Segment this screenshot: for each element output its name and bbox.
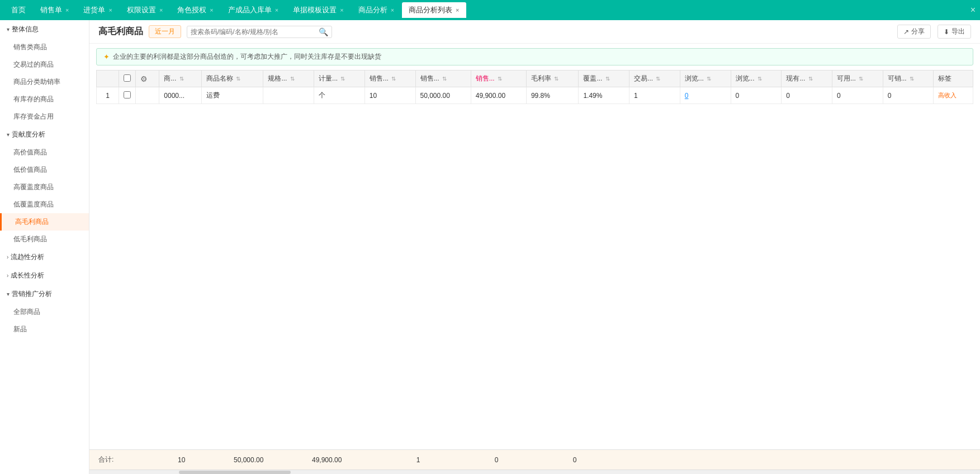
th-idx [97, 71, 119, 87]
sidebar-group-growth[interactable]: › 成长性分析 [0, 266, 89, 285]
close-analysis-list-tab[interactable]: × [456, 7, 459, 13]
sidebar-item-traded-goods[interactable]: 交易过的商品 [0, 56, 89, 73]
cell-idx: 1 [97, 87, 119, 104]
nav-tab-product-inbound[interactable]: 产成品入库单 × [221, 2, 285, 18]
nav-tab-analysis-list[interactable]: 商品分析列表 × [402, 2, 466, 18]
cell-browse1[interactable]: 0 [680, 87, 731, 104]
close-template-tab[interactable]: × [340, 7, 343, 13]
search-icon[interactable]: 🔍 [319, 27, 328, 36]
footer-values: 10 50,000.00 49,900.00 1 0 0 [140, 456, 576, 464]
th-sales-profit[interactable]: 销售... ⇅ [471, 71, 526, 87]
nav-tab-role[interactable]: 角色授权 × [171, 2, 220, 18]
sidebar-group-contribution[interactable]: ▾ 贡献度分析 [0, 125, 89, 144]
cell-unit: 个 [314, 87, 365, 104]
footer-stock-avail: 0 [532, 456, 576, 464]
info-bar: ✦ 企业的主要的利润都是这部分商品创造的，可考虑加大推广，同时关注库存是不要出现… [96, 48, 973, 65]
sidebar-item-new-goods[interactable]: 新品 [0, 321, 89, 338]
close-product-analysis-tab[interactable]: × [391, 7, 394, 13]
content-header: 高毛利商品 近一月 🔍 ↗ 分享 ⬇ 导出 [89, 20, 980, 44]
sidebar-group-overall[interactable]: ▾ 整体信息 [0, 20, 89, 39]
sidebar-item-stocked-goods[interactable]: 有库存的商品 [0, 91, 89, 108]
share-button[interactable]: ↗ 分享 [897, 25, 931, 39]
header-actions: ↗ 分享 ⬇ 导出 [897, 25, 971, 39]
sidebar-item-low-value[interactable]: 低价值商品 [0, 161, 89, 179]
cell-browse2: 0 [731, 87, 782, 104]
close-role-tab[interactable]: × [210, 7, 213, 13]
cell-name: 运费 [201, 87, 263, 104]
th-name[interactable]: 商品名称 ⇅ [201, 71, 263, 87]
sidebar-item-low-coverage[interactable]: 低覆盖度商品 [0, 196, 89, 213]
sidebar-group-trend[interactable]: › 流趋性分析 [0, 248, 89, 266]
nav-tab-template[interactable]: 单据模板设置 × [286, 2, 350, 18]
settings-icon[interactable]: ⚙ [140, 74, 148, 83]
arrow-contribution: ▾ [7, 132, 10, 138]
data-table-container: ⚙ 商... ⇅ 商品名称 ⇅ 规格... ⇅ [89, 70, 980, 449]
nav-tab-home[interactable]: 首页 [4, 2, 32, 18]
sidebar-item-low-margin[interactable]: 低毛利商品 [0, 231, 89, 248]
select-all-checkbox[interactable] [124, 74, 131, 82]
arrow-trend: › [7, 254, 8, 260]
scroll-thumb[interactable] [179, 471, 291, 474]
nav-tab-sales[interactable]: 销售单 × [34, 2, 75, 18]
cell-tag: 高收入 [934, 87, 973, 104]
sidebar-item-stock-capital[interactable]: 库存资金占用 [0, 108, 89, 125]
th-sales-qty[interactable]: 销售... ⇅ [364, 71, 415, 87]
th-trade[interactable]: 交易... ⇅ [629, 71, 680, 87]
main-layout: ▾ 整体信息 销售类商品 交易过的商品 商品分类助销率 有库存的商品 库存资金占… [0, 20, 980, 474]
footer-stock-cur: 0 [453, 456, 498, 464]
nav-tab-permission[interactable]: 权限设置 × [120, 2, 169, 18]
th-spec[interactable]: 规格... ⇅ [263, 71, 314, 87]
cell-gross-margin: 99.8% [526, 87, 579, 104]
th-stock-sell[interactable]: 可销... ⇅ [883, 71, 934, 87]
export-button[interactable]: ⬇ 导出 [938, 25, 971, 39]
close-product-inbound-tab[interactable]: × [275, 7, 278, 13]
nav-tab-purchase[interactable]: 进货单 × [77, 2, 119, 18]
th-coverage[interactable]: 覆盖... ⇅ [579, 71, 629, 87]
filter-period-button[interactable]: 近一月 [149, 25, 181, 38]
search-box: 🔍 [187, 26, 332, 38]
cell-stock-cur: 0 [782, 87, 832, 104]
sidebar-item-sales-goods[interactable]: 销售类商品 [0, 39, 89, 56]
close-purchase-tab[interactable]: × [108, 7, 112, 13]
close-all-button[interactable]: × [970, 5, 976, 15]
cell-coverage: 1.49% [579, 87, 629, 104]
sidebar-item-category-rate[interactable]: 商品分类助销率 [0, 73, 89, 91]
arrow-growth: › [7, 273, 8, 279]
data-table: ⚙ 商... ⇅ 商品名称 ⇅ 规格... ⇅ [96, 70, 973, 104]
th-settings[interactable]: ⚙ [136, 71, 159, 87]
search-input[interactable] [191, 28, 316, 36]
th-sales-amt[interactable]: 销售... ⇅ [415, 71, 471, 87]
th-gross-margin[interactable]: 毛利率 ⇅ [526, 71, 579, 87]
th-code[interactable]: 商... ⇅ [159, 71, 202, 87]
cell-check[interactable] [119, 87, 136, 104]
cell-sales-amt: 50,000.00 [415, 87, 471, 104]
th-check[interactable] [119, 71, 136, 87]
arrow-marketing: ▾ [7, 291, 10, 297]
th-tag[interactable]: 标签 [934, 71, 973, 87]
close-permission-tab[interactable]: × [159, 7, 163, 13]
horizontal-scrollbar[interactable] [89, 470, 980, 474]
sidebar-group-marketing[interactable]: ▾ 营销推广分析 [0, 285, 89, 303]
th-stock-avail[interactable]: 可用... ⇅ [832, 71, 883, 87]
sidebar-item-high-value[interactable]: 高价值商品 [0, 144, 89, 161]
top-nav: 首页 销售单 × 进货单 × 权限设置 × 角色授权 × 产成品入库单 × 单据… [0, 0, 980, 20]
footer-label: 合计: [98, 455, 113, 464]
cell-sales-qty: 10 [364, 87, 415, 104]
sidebar-item-high-coverage[interactable]: 高覆盖度商品 [0, 179, 89, 196]
th-browse1[interactable]: 浏览... ⇅ [680, 71, 731, 87]
footer-sales-profit: 49,900.00 [297, 456, 342, 464]
sidebar-item-high-margin[interactable]: 高毛利商品 [0, 213, 89, 231]
th-browse2[interactable]: 浏览... ⇅ [731, 71, 782, 87]
cell-code: 0000... [159, 87, 202, 104]
cell-sales-profit: 49,900.00 [471, 87, 526, 104]
cell-settings [136, 87, 159, 104]
content-wrapper: 高毛利商品 近一月 🔍 ↗ 分享 ⬇ 导出 ✦ 企业的主要的利润都是这部分商品创… [89, 20, 980, 474]
th-stock-cur[interactable]: 现有... ⇅ [782, 71, 832, 87]
close-sales-tab[interactable]: × [65, 7, 69, 13]
page-title: 高毛利商品 [98, 26, 143, 37]
th-unit[interactable]: 计量... ⇅ [314, 71, 365, 87]
row-checkbox[interactable] [124, 91, 131, 98]
info-icon: ✦ [103, 53, 110, 61]
sidebar-item-all-goods[interactable]: 全部商品 [0, 303, 89, 321]
nav-tab-product-analysis[interactable]: 商品分析 × [352, 2, 401, 18]
